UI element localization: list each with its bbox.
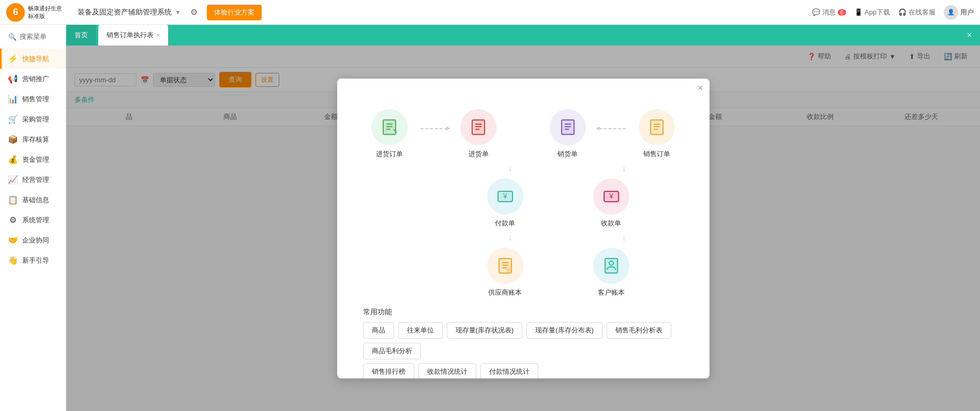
common-functions-section: 常用功能 商品 往来单位 现存量(库存状况表) 现存量(库存分布表) 销售毛利分… [353, 302, 694, 378]
message-badge: 6 [838, 9, 846, 16]
tab-sales-order[interactable]: 销售订单执行表 × [98, 25, 168, 45]
arrow-jinhuo-order-to-dan [420, 128, 447, 140]
message-button[interactable]: 💬 消息 6 [812, 8, 846, 17]
svg-text:¥: ¥ [503, 192, 507, 200]
logo-area: 6 畅康通好生意 标准版 [6, 3, 72, 22]
content-area: 首页 销售订单执行表 × × ❓ 帮助 [66, 25, 980, 411]
fukuan-icon: ¥ [487, 178, 523, 215]
inventory-icon: 📦 [8, 134, 18, 144]
purchase-icon: 🛒 [8, 114, 18, 124]
arrow-xiaoshou-to-xiaohuo [599, 128, 626, 140]
xiaohuo-dan-icon [550, 109, 586, 145]
flow-node-jinhuo-dan[interactable]: 进货单 [451, 109, 505, 159]
search-menu-button[interactable]: 🔍 搜索菜单 [4, 29, 62, 44]
headset-icon: 🎧 [898, 8, 907, 16]
sidebar-item-finance[interactable]: 💰 资金管理 [0, 149, 66, 170]
common-buttons-row-2: 销售排行榜 收款情况统计 付款情况统计 [363, 363, 684, 378]
down-arrow-shoukuan: ↓ [606, 233, 642, 242]
spacer-arrow-4 [529, 233, 606, 242]
shoukuan-icon: ¥ [593, 178, 629, 215]
flow-arrows-row-1: ↓ ↓ [353, 164, 694, 173]
enterprise-icon: 🤝 [8, 235, 18, 245]
sidebar: 🔍 搜索菜单 ⚡ 快捷导航 📢 营销推广 📊 销售管理 🛒 采购管理 [0, 25, 66, 411]
common-btn-product[interactable]: 商品 [363, 322, 394, 339]
tab-bar-close-icon[interactable]: × [967, 31, 972, 40]
sidebar-item-purchase[interactable]: 🛒 采购管理 [0, 109, 66, 129]
flow-node-jinhuo-order[interactable]: 进货订单 [363, 109, 417, 159]
common-buttons-row: 商品 往来单位 现存量(库存状况表) 现存量(库存分布表) 销售毛利分析表 商品… [363, 322, 684, 359]
online-service-button[interactable]: 🎧 在线客服 [898, 8, 936, 17]
content-main: ❓ 帮助 🖨 按模板打印 ▼ ⬆ 导出 🔄 [66, 45, 980, 411]
flow-row-1: 进货订单 进货单 [353, 104, 694, 164]
down-arrow-jinhuo: ↓ [492, 164, 529, 173]
experience-button[interactable]: 体验行业方案 [207, 5, 262, 20]
common-btn-receipt-stats[interactable]: 收款情况统计 [418, 363, 476, 378]
avatar: 👤 [944, 5, 958, 20]
sidebar-item-newbie[interactable]: 👋 新手引导 [0, 250, 66, 270]
spacer-arrow-1 [363, 164, 492, 173]
sidebar-item-quick-nav[interactable]: ⚡ 快捷导航 [0, 49, 66, 69]
system-dropdown-icon[interactable]: ▼ [175, 9, 181, 16]
system-title: 装备及固定资产辅助管理系统 ▼ [78, 8, 181, 17]
top-right-area: 💬 消息 6 📱 App下载 🎧 在线客服 👤 用户 [812, 5, 974, 20]
top-bar: 6 畅康通好生意 标准版 装备及固定资产辅助管理系统 ▼ ⚙ 体验行业方案 💬 … [0, 0, 980, 25]
search-icon: 🔍 [8, 33, 17, 41]
down-arrow-fukuan: ↓ [492, 233, 529, 242]
sidebar-item-marketing[interactable]: 📢 营销推广 [0, 69, 66, 89]
finance-icon: 💰 [8, 155, 18, 164]
newbie-icon: 👋 [8, 255, 18, 265]
flow-node-xiaohuo-dan[interactable]: 销货单 [541, 109, 595, 159]
sidebar-search-area: 🔍 搜索菜单 [0, 25, 66, 49]
kehu-icon [593, 248, 629, 284]
basic-info-icon: 📋 [8, 195, 18, 205]
flow-node-shoukuan[interactable]: ¥ 收款单 [580, 178, 642, 228]
common-btn-product-profit[interactable]: 商品毛利分析 [363, 343, 421, 359]
spacer-arrow-3 [363, 233, 492, 242]
flow-node-gongyingshang[interactable]: 供应商账本 [474, 248, 536, 297]
jinhuo-dan-icon [460, 109, 496, 145]
jinhuo-order-icon [371, 109, 408, 145]
svg-text:¥: ¥ [609, 192, 613, 200]
app-download-button[interactable]: 📱 App下载 [854, 8, 890, 17]
sidebar-item-inventory[interactable]: 📦 库存核算 [0, 129, 66, 149]
system-icon: ⚙ [8, 215, 18, 225]
gongyingshang-icon [487, 248, 523, 284]
xiaoshou-order-icon [639, 109, 675, 145]
spacer-arrow-2 [529, 164, 606, 173]
app-container: 6 畅康通好生意 标准版 装备及固定资产辅助管理系统 ▼ ⚙ 体验行业方案 💬 … [0, 0, 980, 411]
common-btn-sales-rank[interactable]: 销售排行榜 [363, 363, 414, 378]
flow-node-fukuan[interactable]: ¥ 付款单 [474, 178, 536, 228]
flow-arrows-row-2: ↓ ↓ [353, 233, 694, 242]
common-btn-counterparty[interactable]: 往来单位 [398, 322, 443, 339]
main-area: 🔍 搜索菜单 ⚡ 快捷导航 📢 营销推广 📊 销售管理 🛒 采购管理 [0, 25, 980, 411]
flow-node-kehu[interactable]: 客户账本 [580, 248, 642, 297]
tab-close-icon[interactable]: × [157, 32, 160, 38]
sidebar-item-system[interactable]: ⚙ 系统管理 [0, 210, 66, 230]
sidebar-item-operation[interactable]: 📈 经营管理 [0, 170, 66, 190]
user-area[interactable]: 👤 用户 [944, 5, 974, 20]
user-name: 用户 [960, 8, 974, 17]
operation-icon: 📈 [8, 175, 18, 185]
overlay[interactable]: × [66, 45, 980, 411]
common-btn-stock-status[interactable]: 现存量(库存状况表) [447, 322, 523, 339]
phone-icon: 📱 [854, 8, 863, 16]
down-arrow-xiaohuo: ↓ [606, 164, 642, 173]
marketing-icon: 📢 [8, 74, 18, 84]
sidebar-item-sales[interactable]: 📊 销售管理 [0, 89, 66, 109]
logo-icon: 6 [6, 3, 25, 22]
sales-icon: 📊 [8, 94, 18, 104]
tab-home[interactable]: 首页 [66, 25, 96, 45]
gear-button[interactable]: ⚙ [186, 5, 202, 20]
popup-content: 进货订单 进货单 [337, 94, 710, 378]
popup-close-button[interactable]: × [698, 83, 703, 94]
message-icon: 💬 [812, 8, 820, 16]
quick-nav-icon: ⚡ [8, 54, 18, 64]
sidebar-item-enterprise[interactable]: 🤝 企业协同 [0, 230, 66, 250]
sidebar-item-basic-info[interactable]: 📋 基础信息 [0, 190, 66, 210]
common-btn-stock-dist[interactable]: 现存量(库存分布表) [526, 322, 602, 339]
common-btn-payment-stats[interactable]: 付款情况统计 [480, 363, 538, 378]
flow-node-xiaoshou-order[interactable]: 销售订单 [630, 109, 684, 159]
common-btn-sales-profit[interactable]: 销售毛利分析表 [607, 322, 671, 339]
logo-text: 畅康通好生意 标准版 [28, 5, 62, 20]
svg-rect-31 [506, 268, 511, 272]
